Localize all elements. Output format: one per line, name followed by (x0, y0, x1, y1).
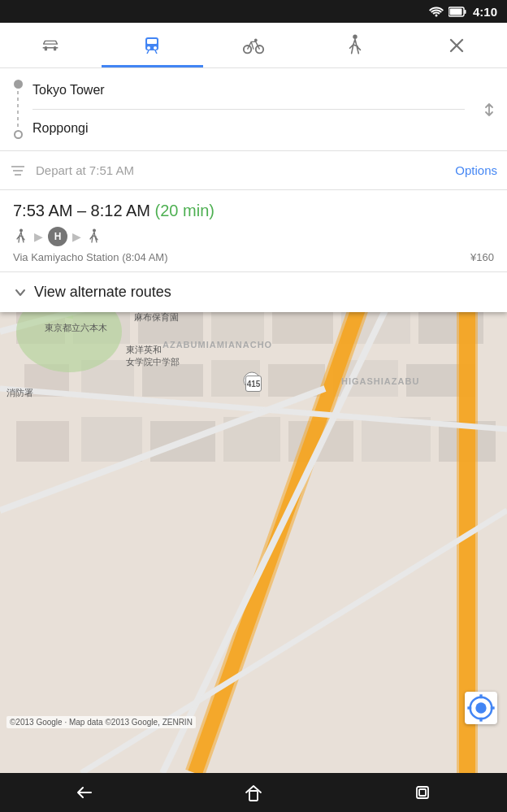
car-icon (39, 34, 62, 57)
origin-input[interactable] (32, 83, 465, 98)
label-azabuhokuroen: 麻布保育園 (134, 311, 179, 323)
svg-point-84 (244, 46, 251, 53)
destination-input[interactable] (32, 121, 465, 136)
alternate-routes-button[interactable]: View alternate routes (0, 271, 507, 312)
chevron-down-icon (13, 285, 28, 300)
map-attribution: ©2013 Google · Map data ©2013 Google, ZE… (6, 716, 196, 728)
route-duration: (20 min) (155, 202, 214, 219)
route-connector (10, 72, 26, 147)
svg-point-80 (147, 46, 150, 50)
bottom-navigation (0, 773, 507, 812)
label-school1: 東洋英和 (126, 344, 162, 356)
swap-icon (480, 101, 498, 119)
label-azabumiamianacho: AZABUMIAMIANACHO (162, 340, 272, 350)
options-button[interactable]: Options (455, 163, 497, 177)
route-steps: ▶ H ▶ (13, 227, 494, 246)
alternate-routes-label: View alternate routes (34, 284, 171, 301)
route-result: 7:53 AM – 8:12 AM (20 min) ▶ H ▶ Via Kam… (0, 189, 507, 271)
step-h-icon: H (48, 227, 67, 246)
back-button[interactable] (64, 778, 105, 807)
road-415: 415 (245, 376, 262, 392)
svg-point-76 (45, 46, 48, 49)
route-inputs-wrapper (0, 68, 507, 150)
battery-icon (448, 7, 466, 17)
wifi-icon (429, 6, 444, 17)
svg-rect-31 (142, 364, 203, 397)
time-range-text: 7:53 AM – 8:12 AM (13, 202, 150, 219)
svg-rect-2 (449, 8, 462, 15)
svg-point-87 (353, 34, 357, 38)
svg-point-70 (475, 702, 486, 713)
route-time-range: 7:53 AM – 8:12 AM (20 min) (13, 202, 494, 220)
tab-walk[interactable] (304, 23, 405, 67)
origin-field-row (32, 72, 465, 109)
svg-rect-97 (419, 789, 426, 796)
svg-point-77 (54, 46, 57, 49)
back-icon (75, 783, 94, 802)
destination-field-row (32, 110, 465, 147)
svg-point-81 (154, 46, 157, 50)
svg-point-85 (256, 46, 263, 53)
status-time: 4:10 (473, 5, 497, 19)
svg-rect-1 (464, 10, 466, 14)
home-button[interactable] (233, 778, 274, 807)
my-location-button[interactable] (465, 692, 497, 724)
destination-dot (14, 130, 23, 139)
home-icon (245, 784, 262, 801)
swap-button[interactable] (471, 72, 507, 147)
depart-time: Depart at 7:51 AM (36, 163, 445, 177)
svg-rect-37 (81, 417, 142, 462)
svg-rect-96 (417, 787, 428, 798)
svg-rect-79 (147, 39, 157, 44)
svg-line-82 (147, 50, 149, 54)
route-price: ¥160 (470, 251, 494, 263)
transport-tabs (0, 23, 507, 68)
depart-row: Depart at 7:51 AM Options (0, 150, 507, 189)
svg-rect-36 (16, 421, 69, 462)
walk-step-icon (13, 228, 29, 245)
route-dashes (17, 91, 19, 128)
route-fields (26, 72, 471, 147)
route-via-row: Via Kamiyacho Station (8:04 AM) ¥160 (13, 251, 494, 263)
step-arrow-2: ▶ (72, 230, 81, 243)
label-higashiazabu: HIGASHIAZABU (341, 376, 419, 386)
label-shobocho: 消防署 (6, 387, 33, 399)
tab-close[interactable] (405, 23, 507, 67)
status-bar: 4:10 (0, 0, 507, 23)
svg-rect-26 (272, 307, 333, 344)
tab-transit[interactable] (102, 23, 203, 67)
close-icon (445, 34, 468, 57)
label-school2: 女学院中学部 (126, 356, 180, 368)
origin-dot (14, 80, 23, 89)
step-arrow-1: ▶ (34, 230, 43, 243)
svg-rect-95 (249, 791, 258, 801)
walk-icon (344, 34, 366, 57)
transit-icon (141, 34, 163, 57)
location-icon (465, 692, 497, 724)
filter-icon (10, 163, 26, 179)
svg-point-86 (254, 38, 258, 41)
recents-icon (414, 784, 431, 801)
tab-car[interactable] (0, 23, 102, 67)
navigation-panel: Depart at 7:51 AM Options 7:53 AM – 8:12… (0, 23, 507, 312)
recents-button[interactable] (402, 778, 443, 807)
route-via-text: Via Kamiyacho Station (8:04 AM) (13, 251, 168, 263)
bike-icon (242, 34, 265, 57)
status-icons (429, 6, 466, 17)
svg-line-83 (155, 50, 157, 54)
tab-bike[interactable] (203, 23, 305, 67)
label-koto: 東京都立六本木 (45, 322, 107, 334)
walk-step-icon-2 (86, 228, 102, 245)
